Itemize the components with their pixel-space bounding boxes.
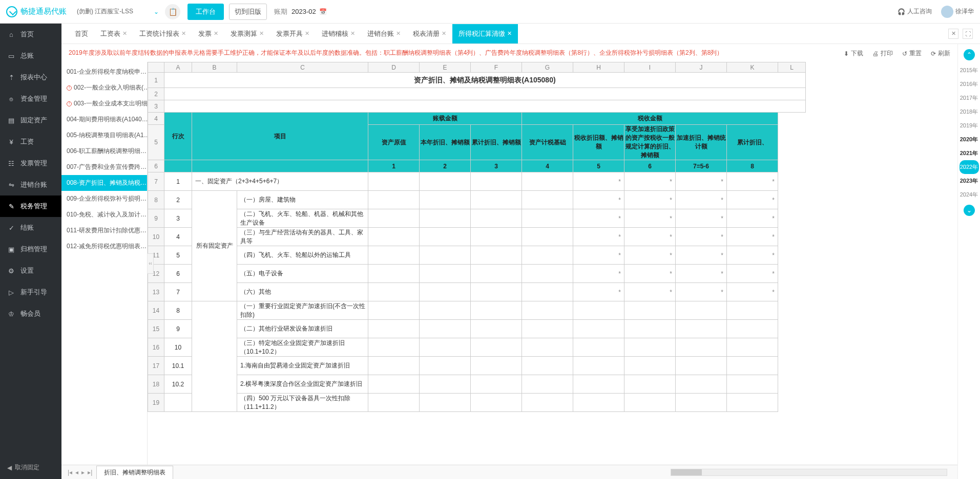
sidebar-item-4[interactable]: ▤固定资产	[0, 110, 61, 131]
reset-button[interactable]: ↺重置	[902, 49, 922, 58]
brand-logo: 畅捷通易代账	[6, 6, 67, 17]
sidebar-item-13[interactable]: ♔畅会员	[0, 303, 61, 324]
horizontal-scrollbar[interactable]	[671, 469, 947, 476]
nav-icon: ⚙	[7, 267, 15, 275]
tab-bar: 首页工资表✕工资统计报表✕发票✕发票测算✕发票开具✕进销稽核✕进销台账✕税表清册…	[61, 24, 980, 44]
year-2017年[interactable]: 2017年	[960, 91, 979, 105]
close-icon[interactable]: ✕	[122, 30, 127, 37]
refresh-icon: ⟳	[931, 50, 936, 57]
clipboard-icon[interactable]: 📋	[165, 4, 180, 19]
report-item-0[interactable]: 001-企业所得税年度纳税申…	[61, 64, 147, 80]
report-item-3[interactable]: 004-期间费用明细表(A1040…	[61, 112, 147, 127]
tab-6[interactable]: 进销稽核✕	[316, 24, 361, 43]
year-down[interactable]: ⌄	[964, 205, 975, 216]
download-icon: ⬇	[844, 50, 849, 57]
switch-old-button[interactable]: 切到旧版	[229, 4, 267, 20]
year-2023年[interactable]: 2023年	[960, 174, 979, 188]
warn-icon	[67, 101, 72, 106]
year-2019年[interactable]: 2019年	[960, 119, 979, 133]
company-selector[interactable]: (勿删) 江西服宝-LSS ⌄	[77, 7, 159, 16]
report-item-8[interactable]: 009-企业所得税弥补亏损明…	[61, 191, 147, 207]
print-button[interactable]: 🖨打印	[872, 49, 893, 58]
close-icon[interactable]: ✕	[442, 30, 446, 37]
year-2020年[interactable]: 2020年	[960, 133, 979, 146]
report-item-1[interactable]: 002-一般企业收入明细表(…	[61, 80, 147, 96]
close-icon[interactable]: ✕	[181, 30, 186, 37]
logo-icon	[6, 6, 17, 17]
tab-expand[interactable]: ⛶	[963, 29, 973, 39]
year-2015年[interactable]: 2015年	[960, 63, 979, 77]
report-item-10[interactable]: 011-研发费用加计扣除优惠…	[61, 223, 147, 238]
close-icon[interactable]: ✕	[214, 30, 218, 37]
tab-4[interactable]: 发票测算✕	[224, 24, 270, 43]
nav-icon: ▭	[7, 52, 15, 60]
tab-8[interactable]: 税表清册✕	[407, 24, 452, 43]
close-icon[interactable]: ✕	[350, 30, 355, 37]
period-value[interactable]: 2023-02	[291, 8, 316, 15]
tab-7[interactable]: 进销台账✕	[361, 24, 407, 43]
report-item-9[interactable]: 010-免税、减计收入及加计…	[61, 207, 147, 223]
chevron-down-icon: ⌄	[154, 8, 159, 15]
close-icon[interactable]: ✕	[259, 30, 264, 37]
report-item-7[interactable]: 008-资产折旧、摊销及纳税…	[61, 175, 147, 191]
support-link[interactable]: 🎧 人工咨询	[898, 7, 932, 16]
year-2022年[interactable]: 2022年	[960, 160, 979, 174]
sheet-prev[interactable]: ◂	[74, 469, 79, 476]
close-icon[interactable]: ✕	[507, 30, 512, 37]
sidebar-item-9[interactable]: ✓结账	[0, 217, 61, 238]
year-2024年[interactable]: 2024年	[960, 188, 979, 202]
tab-0[interactable]: 首页	[69, 24, 94, 43]
year-2018年[interactable]: 2018年	[960, 105, 979, 119]
collapse-handle[interactable]: ‹‹	[148, 253, 154, 274]
nav-icon: ¥	[7, 138, 15, 146]
sidebar-item-1[interactable]: ▭总账	[0, 45, 61, 67]
report-list: 001-企业所得税年度纳税申…002-一般企业收入明细表(…003-一般企业成本…	[61, 62, 148, 465]
warn-icon	[67, 85, 72, 91]
tab-9[interactable]: 所得税汇算清缴✕	[452, 24, 518, 43]
nav-icon: ⌾	[7, 95, 15, 103]
sheet-last[interactable]: ▸|	[87, 469, 93, 476]
sidebar-item-3[interactable]: ⌾资金管理	[0, 88, 61, 110]
sidebar-item-6[interactable]: ☷发票管理	[0, 153, 61, 174]
user-menu[interactable]: 徐泽华	[941, 6, 974, 18]
close-icon[interactable]: ✕	[305, 30, 309, 37]
sheet-first[interactable]: |◂	[67, 469, 73, 476]
year-up[interactable]: ⌃	[964, 49, 975, 60]
workspace-button[interactable]: 工作台	[187, 4, 224, 20]
sidebar-item-7[interactable]: ⇋进销台账	[0, 174, 61, 195]
spreadsheet[interactable]: ‹‹ ABCDEFGHIJKL1资产折旧、摊销及纳税调整明细表(A105080)…	[148, 62, 957, 465]
close-icon[interactable]: ✕	[396, 30, 401, 37]
calendar-icon[interactable]: 📅	[319, 8, 327, 15]
unpin-button[interactable]: ◀ 取消固定	[0, 456, 61, 479]
tab-close-all[interactable]: ✕	[948, 29, 958, 39]
tab-1[interactable]: 工资表✕	[94, 24, 133, 43]
year-2021年[interactable]: 2021年	[960, 146, 979, 160]
report-item-5[interactable]: 006-职工薪酬纳税调整明细…	[61, 143, 147, 159]
refresh-button[interactable]: ⟳刷新	[931, 49, 950, 58]
tab-5[interactable]: 发票开具✕	[270, 24, 316, 43]
nav-icon: ✎	[7, 203, 15, 210]
sidebar-item-5[interactable]: ¥工资	[0, 131, 61, 153]
sidebar-item-10[interactable]: ▣归档管理	[0, 238, 61, 260]
avatar	[941, 6, 953, 18]
report-item-11[interactable]: 012-减免所得税优惠明细表…	[61, 238, 147, 254]
tab-2[interactable]: 工资统计报表✕	[133, 24, 192, 43]
sidebar-item-11[interactable]: ⚙设置	[0, 260, 61, 281]
year-2016年[interactable]: 2016年	[960, 77, 979, 91]
reset-icon: ↺	[902, 50, 907, 57]
tab-3[interactable]: 发票✕	[192, 24, 224, 43]
download-button[interactable]: ⬇下载	[844, 49, 863, 58]
sidebar-item-2[interactable]: ⇡报表中心	[0, 67, 61, 88]
sheet-next[interactable]: ▸	[80, 469, 86, 476]
sidebar-item-8[interactable]: ✎税务管理	[0, 195, 61, 217]
nav-icon: ⇡	[7, 74, 15, 81]
period-label: 账期	[274, 7, 287, 16]
report-item-2[interactable]: 003-一般企业成本支出明细…	[61, 96, 147, 112]
print-icon: 🖨	[872, 50, 879, 57]
sidebar-item-0[interactable]: ⌂首页	[0, 24, 61, 45]
sidebar-item-12[interactable]: ▷新手引导	[0, 281, 61, 303]
report-item-6[interactable]: 007-广告费和业务宣传费跨…	[61, 159, 147, 175]
sheet-tab[interactable]: 折旧、摊销调整明细表	[96, 466, 173, 479]
nav-icon: ✓	[7, 224, 15, 232]
report-item-4[interactable]: 005-纳税调整项目明细表(A1…	[61, 127, 147, 143]
